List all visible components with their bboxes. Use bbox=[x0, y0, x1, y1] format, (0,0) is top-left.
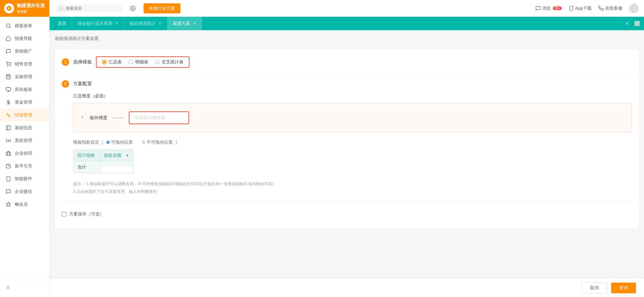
query-button[interactable]: 查询 bbox=[611, 283, 636, 293]
trial-button[interactable]: 体验行业方案 bbox=[144, 3, 180, 13]
tab-minimize-btn[interactable]: ✕ bbox=[624, 19, 630, 28]
sidebar-item-basic-label: 基础信息 bbox=[15, 125, 32, 131]
search-input[interactable] bbox=[66, 6, 113, 11]
gear-button[interactable] bbox=[127, 3, 138, 14]
sidebar-bottom-item1[interactable] bbox=[0, 283, 49, 294]
hardware-icon bbox=[5, 176, 11, 182]
tab-bank-close[interactable]: ✕ bbox=[115, 21, 118, 26]
svg-rect-11 bbox=[6, 126, 10, 130]
sidebar-item-operations[interactable]: 经营管理 bbox=[0, 109, 49, 121]
sidebar-item-sales[interactable]: 销售管理 bbox=[0, 58, 49, 70]
hint-1: 提示： 1.拖动标题栏可以调整布局，不可跨维度或指标区域拖动栏目字段(只能在同一… bbox=[73, 181, 632, 187]
service-item[interactable]: 在线客服 bbox=[598, 5, 623, 11]
basic-icon bbox=[5, 125, 11, 131]
download-icon bbox=[569, 6, 574, 11]
cancel-button[interactable]: 取消 bbox=[582, 282, 607, 294]
sidebar-item-hardware[interactable]: 智能硬件 bbox=[0, 172, 49, 185]
sidebar-item-purchase[interactable]: 采购管理 bbox=[0, 70, 49, 83]
metrics-group-header: 统计指标 bbox=[73, 150, 100, 161]
dimension-row: ＊ 纵向维度 —— 请选择分组维度 bbox=[80, 111, 625, 124]
metrics-label-suffix: ） bbox=[175, 139, 180, 145]
sales-icon bbox=[5, 61, 11, 67]
tab-new-plan[interactable]: 新建方案 ✕ bbox=[167, 17, 202, 30]
save-label: 方案保存（可选） bbox=[69, 211, 104, 217]
metrics-table-container: 统计指标 合计 收款金额 ▼ bbox=[73, 149, 133, 173]
sidebar-item-system[interactable]: 系统管理 bbox=[0, 134, 49, 147]
tab-bank[interactable]: 现金银行流水查询 ✕ bbox=[72, 17, 124, 30]
header: 体验行业方案 消息 99+ App下载 在线客服 bbox=[50, 0, 644, 17]
sidebar-item-nav[interactable]: 快捷导航 bbox=[0, 32, 49, 45]
main-card: 1 选择模板 汇总表 明细表 bbox=[55, 50, 639, 228]
template-radio-group: 汇总表 明细表 交叉统计表 bbox=[96, 56, 190, 68]
search-icon bbox=[5, 23, 11, 29]
main: 体验行业方案 消息 99+ App下载 在线客服 首页 现金银行流水查询 ✕ bbox=[50, 0, 644, 297]
step1-title: 选择模板 bbox=[73, 59, 92, 65]
sidebar-item-nav-label: 快捷导航 bbox=[15, 36, 32, 42]
tab-maximize-btn[interactable]: ⬜ bbox=[633, 19, 641, 28]
svg-point-23 bbox=[132, 7, 134, 9]
sidebar-item-inventory-label: 库存核算 bbox=[15, 87, 32, 93]
radio-cross-label: 交叉统计表 bbox=[162, 59, 183, 65]
radio-cross[interactable]: 交叉统计表 bbox=[155, 59, 183, 65]
radio-summary-label: 汇总表 bbox=[109, 59, 122, 65]
header-search-box bbox=[55, 5, 122, 12]
sidebar-item-guide[interactable]: 新手引导 bbox=[0, 160, 49, 172]
marketing-icon bbox=[5, 48, 11, 54]
service-icon bbox=[598, 6, 604, 11]
member-icon bbox=[5, 201, 11, 207]
tab-home[interactable]: 首页 bbox=[52, 17, 72, 30]
svg-marker-19 bbox=[6, 202, 10, 206]
sidebar-item-finance-label: 资金管理 bbox=[15, 99, 32, 105]
message-item[interactable]: 消息 99+ bbox=[535, 5, 562, 11]
message-badge: 99+ bbox=[553, 6, 562, 10]
avatar[interactable] bbox=[629, 4, 639, 13]
metrics-group-label: 统计指标 bbox=[77, 153, 95, 158]
step1-header: 1 选择模板 汇总表 明细表 bbox=[62, 56, 632, 68]
sidebar-item-guide-label: 新手引导 bbox=[15, 163, 32, 169]
dimension-section-label: 汇总维度（必选） bbox=[73, 93, 632, 99]
tab-receipt-close[interactable]: ✕ bbox=[158, 21, 162, 26]
sidebar-item-system-label: 系统管理 bbox=[15, 138, 32, 144]
step2-title: 方案配置 bbox=[73, 81, 92, 87]
sidebar-item-member[interactable]: 畅会员 bbox=[0, 198, 49, 211]
metrics-value-column: 收款金额 ▼ bbox=[100, 149, 133, 173]
save-checkbox[interactable] bbox=[62, 212, 66, 216]
sidebar-item-marketing[interactable]: 营销推广 bbox=[0, 45, 49, 58]
svg-point-4 bbox=[7, 66, 8, 66]
sidebar-item-hardware-label: 智能硬件 bbox=[15, 176, 32, 182]
non-draggable-dot bbox=[142, 141, 145, 144]
sidebar-item-inventory[interactable]: 库存核算 bbox=[0, 83, 49, 96]
radio-detail[interactable]: 明细表 bbox=[128, 59, 148, 65]
vertical-dimension-label: 纵向维度 bbox=[90, 115, 107, 121]
sidebar-item-finance[interactable]: 资金管理 bbox=[0, 96, 49, 109]
sidebar-item-enterprise-label: 企业协同 bbox=[15, 150, 32, 156]
dimension-select-box[interactable]: 请选择分组维度 bbox=[129, 111, 189, 124]
metrics-value-header[interactable]: 收款金额 ▼ bbox=[100, 150, 133, 161]
metrics-section: 模板指标设定（ 可拖动位置 不可拖动位置 ） bbox=[73, 139, 632, 173]
draggable-indicator: 可拖动位置 bbox=[106, 139, 133, 145]
tab-new-plan-label: 新建方案 bbox=[173, 20, 190, 27]
radio-summary[interactable]: 汇总表 bbox=[102, 59, 122, 65]
tab-receipt[interactable]: 收款情况统计 ✕ bbox=[124, 17, 167, 30]
tab-new-plan-close[interactable]: ✕ bbox=[193, 21, 196, 26]
svg-text:好: 好 bbox=[7, 7, 11, 10]
sidebar-item-enterprise[interactable]: 企业协同 bbox=[0, 147, 49, 160]
operations-icon bbox=[5, 112, 11, 118]
sidebar-item-search[interactable]: 搜索菜单 bbox=[0, 19, 49, 32]
svg-point-13 bbox=[8, 140, 9, 141]
download-item[interactable]: App下载 bbox=[569, 5, 592, 11]
svg-line-22 bbox=[62, 9, 63, 10]
tab-bank-label: 现金银行流水查询 bbox=[77, 20, 112, 27]
svg-point-20 bbox=[7, 286, 9, 288]
sidebar-bottom-icon1 bbox=[5, 285, 11, 292]
sidebar-item-purchase-label: 采购管理 bbox=[15, 74, 32, 80]
download-label: App下载 bbox=[575, 5, 592, 11]
system-icon bbox=[5, 138, 11, 144]
finance-icon bbox=[5, 99, 11, 105]
sidebar-item-wechat[interactable]: 企业微信 bbox=[0, 185, 49, 198]
dropdown-arrow-icon: ▼ bbox=[126, 154, 129, 157]
radio-cross-dot bbox=[155, 60, 160, 64]
message-label: 消息 bbox=[542, 5, 551, 11]
sidebar-item-basic[interactable]: 基础信息 bbox=[0, 121, 49, 134]
sidebar-logo: 好 畅捷通好生意 标准版 bbox=[0, 0, 49, 17]
